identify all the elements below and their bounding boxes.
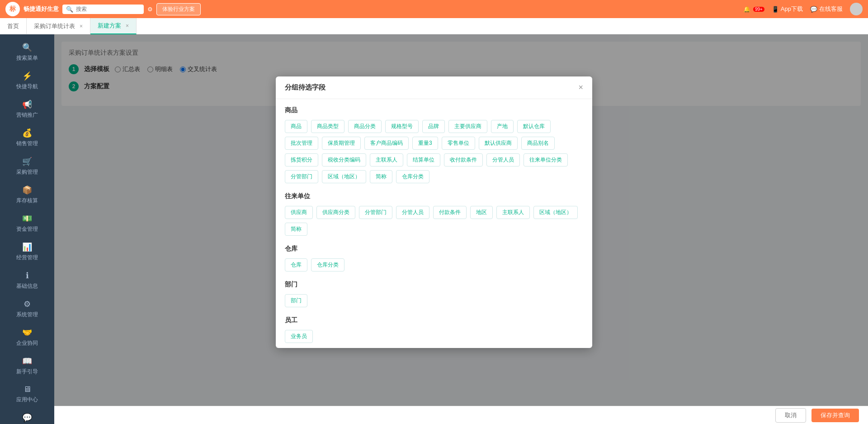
modal-header: 分组待选字段 × <box>276 76 592 99</box>
sidebar-item-search[interactable]: 🔍 搜索菜单 <box>0 38 54 67</box>
notification-count: 99+ <box>753 7 764 12</box>
field-tag-0-23[interactable]: 区域（地区） <box>322 170 366 183</box>
sidebar-item-quick-nav[interactable]: ⚡ 快捷导航 <box>0 67 54 95</box>
modal-title: 分组待选字段 <box>285 83 326 92</box>
tab-home[interactable]: 首页 <box>0 18 27 34</box>
user-avatar[interactable] <box>850 3 863 15</box>
search-bar[interactable]: 🔍 <box>62 5 144 14</box>
field-tag-0-11[interactable]: 重量3 <box>412 137 438 150</box>
field-tag-1-1[interactable]: 供应商分类 <box>316 206 355 219</box>
section-title-2: 仓库 <box>285 245 583 253</box>
marketing-icon: 📢 <box>22 100 32 110</box>
search-menu-icon: 🔍 <box>22 43 32 52</box>
field-section-4: 员工业务员 <box>285 316 583 343</box>
system-icon: ⚙ <box>24 299 31 309</box>
section-title-0: 商品 <box>285 106 583 114</box>
sidebar-item-collab[interactable]: 🤝 企业协同 <box>0 323 54 352</box>
app-icon: 📱 <box>772 6 779 13</box>
field-tag-0-22[interactable]: 分管部门 <box>285 170 318 183</box>
field-tag-1-3[interactable]: 分管人员 <box>396 206 429 219</box>
purchase-icon: 🛒 <box>22 157 32 167</box>
online-service-btn[interactable]: 💬 在线客服 <box>810 5 843 13</box>
sidebar: 🔍 搜索菜单 ⚡ 快捷导航 📢 营销推广 💰 销售管理 🛒 采购管理 📦 库存核… <box>0 34 54 424</box>
notification-icon: 🔔 <box>743 6 750 13</box>
bottom-action-bar: 取消 保存并查询 <box>54 406 868 424</box>
field-tag-0-9[interactable]: 保质期管理 <box>322 137 361 150</box>
tab-new-plan[interactable]: 新建方案 × <box>90 18 137 34</box>
cancel-button[interactable]: 取消 <box>775 408 806 423</box>
tab-close-purchase[interactable]: × <box>80 23 83 29</box>
sidebar-item-wechat[interactable]: 💬 企业微信 <box>0 408 54 424</box>
field-tag-0-14[interactable]: 商品别名 <box>521 137 555 150</box>
notification-btn[interactable]: 🔔 99+ <box>743 6 764 13</box>
field-tag-0-3[interactable]: 规格型号 <box>385 120 419 133</box>
field-tag-0-21[interactable]: 往来单位分类 <box>524 153 568 167</box>
section-title-1: 往来单位 <box>285 192 583 200</box>
field-tag-1-4[interactable]: 付款条件 <box>433 206 467 219</box>
field-tag-0-4[interactable]: 品牌 <box>422 120 445 133</box>
field-tag-1-2[interactable]: 分管部门 <box>359 206 392 219</box>
field-tag-1-5[interactable]: 地区 <box>470 206 493 219</box>
field-tag-0-16[interactable]: 税收分类编码 <box>322 153 366 167</box>
field-tag-2-1[interactable]: 仓库分类 <box>311 258 344 272</box>
field-grid-4: 业务员 <box>285 330 583 343</box>
field-tag-0-19[interactable]: 收付款条件 <box>444 153 483 167</box>
sidebar-item-marketing[interactable]: 📢 营销推广 <box>0 95 54 124</box>
confirm-button[interactable]: 保存并查询 <box>811 409 859 422</box>
section-title-3: 部门 <box>285 281 583 289</box>
field-tag-0-10[interactable]: 客户商品编码 <box>364 137 409 150</box>
modal-dialog: 分组待选字段 × 商品商品商品类型商品分类规格型号品牌主要供应商产地默认仓库批次… <box>276 76 592 348</box>
field-tag-0-24[interactable]: 简称 <box>370 170 392 183</box>
sidebar-item-guide[interactable]: 📖 新手引导 <box>0 352 54 380</box>
field-section-1: 往来单位供应商供应商分类分管部门分管人员付款条件地区主联系人区域（地区）简称 <box>285 192 583 236</box>
business-icon: 📊 <box>22 242 32 252</box>
modal-body[interactable]: 商品商品商品类型商品分类规格型号品牌主要供应商产地默认仓库批次管理保质期管理客户… <box>276 99 592 348</box>
field-tag-0-6[interactable]: 产地 <box>491 120 514 133</box>
sidebar-item-basic-info[interactable]: ℹ 基础信息 <box>0 266 54 295</box>
wechat-icon: 💬 <box>22 413 32 423</box>
tab-purchase-stats[interactable]: 采购订单统计表 × <box>27 18 90 34</box>
field-tag-0-1[interactable]: 商品类型 <box>311 120 344 133</box>
field-section-2: 仓库仓库仓库分类 <box>285 245 583 272</box>
modal-close-btn[interactable]: × <box>578 83 583 92</box>
sidebar-item-sales[interactable]: 💰 销售管理 <box>0 124 54 152</box>
header-right: 🔔 99+ 📱 App下载 💬 在线客服 <box>743 3 863 15</box>
field-tag-0-20[interactable]: 分管人员 <box>486 153 520 167</box>
field-tag-1-0[interactable]: 供应商 <box>285 206 313 219</box>
field-tag-0-0[interactable]: 商品 <box>285 120 307 133</box>
tab-bar: 首页 采购订单统计表 × 新建方案 × <box>0 18 868 34</box>
field-tag-0-5[interactable]: 主要供应商 <box>448 120 487 133</box>
sidebar-item-finance[interactable]: 💵 资金管理 <box>0 209 54 238</box>
field-tag-1-7[interactable]: 区域（地区） <box>533 206 578 219</box>
field-tag-1-8[interactable]: 简称 <box>285 223 307 236</box>
sidebar-item-inventory[interactable]: 📦 库存核算 <box>0 181 54 209</box>
field-tag-0-15[interactable]: 拣货积分 <box>285 153 318 167</box>
field-tag-0-13[interactable]: 默认供应商 <box>479 137 518 150</box>
field-tag-0-18[interactable]: 结算单位 <box>407 153 440 167</box>
sales-icon: 💰 <box>22 128 32 138</box>
sidebar-item-purchase[interactable]: 🛒 采购管理 <box>0 152 54 181</box>
sidebar-item-system[interactable]: ⚙ 系统管理 <box>0 295 54 323</box>
field-tag-0-12[interactable]: 零售单位 <box>442 137 475 150</box>
experience-btn[interactable]: 体验行业方案 <box>156 3 201 15</box>
field-tag-4-0[interactable]: 业务员 <box>285 330 313 343</box>
field-tag-0-2[interactable]: 商品分类 <box>348 120 382 133</box>
field-tag-0-25[interactable]: 仓库分类 <box>396 170 429 183</box>
field-section-0: 商品商品商品类型商品分类规格型号品牌主要供应商产地默认仓库批次管理保质期管理客户… <box>285 106 583 183</box>
field-tag-0-7[interactable]: 默认仓库 <box>517 120 551 133</box>
field-tag-3-0[interactable]: 部门 <box>285 294 307 307</box>
tab-close-new-plan[interactable]: × <box>126 23 129 29</box>
field-tag-2-0[interactable]: 仓库 <box>285 258 307 272</box>
field-tag-1-6[interactable]: 主联系人 <box>496 206 530 219</box>
search-input[interactable] <box>76 6 140 12</box>
sidebar-item-business[interactable]: 📊 经营管理 <box>0 238 54 266</box>
app-download-btn[interactable]: 📱 App下载 <box>772 5 803 13</box>
settings-icon[interactable]: ⚙ <box>147 6 153 13</box>
field-tag-0-17[interactable]: 主联系人 <box>370 153 403 167</box>
sidebar-item-app-center[interactable]: 🖥 应用中心 <box>0 380 54 408</box>
section-title-4: 员工 <box>285 316 583 324</box>
logo-icon: 标 <box>5 2 20 16</box>
field-tag-0-8[interactable]: 批次管理 <box>285 137 318 150</box>
basic-info-icon: ℹ <box>26 271 29 281</box>
field-grid-1: 供应商供应商分类分管部门分管人员付款条件地区主联系人区域（地区）简称 <box>285 206 583 236</box>
